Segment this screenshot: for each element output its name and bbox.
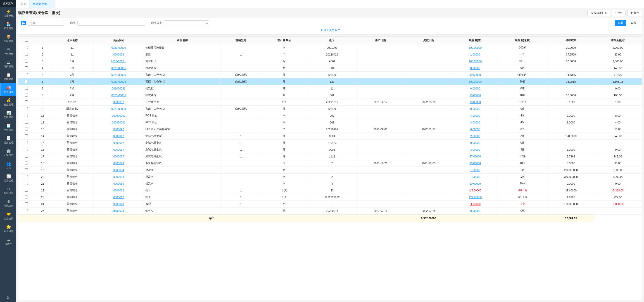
expand-button[interactable]: ▶ — [21, 21, 26, 25]
row-qty-main[interactable]: 10.00000 — [453, 99, 497, 106]
row-code[interactable]: 0000017 — [94, 139, 144, 146]
sidebar-item-basic[interactable]: 🗂 基础信息 — [0, 185, 16, 197]
row-prod-date — [357, 119, 404, 126]
row-code[interactable]: 0000012 — [94, 194, 144, 201]
row-qty-main[interactable]: 0.00000 — [453, 65, 497, 72]
sidebar-item-inventory[interactable]: 🏭 库存核算 — [0, 83, 16, 96]
settings-filter-button[interactable]: 设置 — [628, 20, 639, 26]
row-prod-date — [357, 72, 404, 78]
sidebar-item-tax[interactable]: 📑 税务管理 — [0, 134, 16, 146]
table-row: 7 2号 001000026 批次框 吨 11 0.00000 0吨 0.00 — [18, 85, 642, 92]
row-code[interactable]: 0000029 — [94, 51, 144, 58]
row-batch: 210423 — [307, 139, 357, 146]
row-spec — [221, 167, 261, 174]
sidebar-item-quick-nav[interactable]: ⚡ 快捷导航 — [0, 7, 16, 20]
sidebar-item-retail[interactable]: 🏪 零售管理 — [0, 20, 16, 32]
display-button[interactable]: 👁 显示 — [628, 10, 642, 16]
row-code[interactable]: 0023-00005 — [94, 72, 144, 78]
row-qty-main[interactable]: 100.00000 — [453, 58, 497, 65]
select-all-checkbox[interactable] — [25, 39, 28, 42]
row-code[interactable]: 0000078 — [94, 160, 144, 167]
warehouse-input[interactable] — [28, 21, 64, 26]
sidebar-item-invoice[interactable]: 🧾 发票管理 — [0, 121, 16, 134]
filter-expand-toggle[interactable]: ▼ 展开更多条件 — [21, 28, 639, 33]
row-code[interactable]: 001000031 — [94, 208, 144, 215]
row-qty-main[interactable]: 3.00000 — [453, 146, 497, 153]
row-qty-main[interactable]: 2.00000 — [453, 133, 497, 139]
sidebar-item-ecom[interactable]: 💻 电商管理 — [0, 58, 16, 70]
row-qty-main[interactable]: 1.00000 — [453, 174, 497, 180]
row-code[interactable]: 0000084 — [94, 180, 144, 187]
row-qty-main[interactable]: 1.00000 — [453, 51, 497, 58]
sidebar-item-hr[interactable]: 👥 工资 — [0, 159, 16, 172]
row-qty-main[interactable]: 4.00000 — [453, 119, 497, 126]
category-select[interactable] — [164, 20, 209, 26]
row-code[interactable]: 001000026 — [94, 85, 144, 92]
sidebar-item-fixed-asset[interactable]: 🏢 固定资产 — [0, 146, 16, 159]
row-qty-main[interactable]: 0.00000 — [453, 208, 497, 215]
row-qty-main[interactable]: 87.00000 — [453, 153, 497, 160]
row-code[interactable]: 0023-00009 — [94, 44, 144, 51]
print-button[interactable]: 🖨 按模板打印 — [588, 10, 610, 16]
row-qty-main[interactable]: 49.60000 — [453, 72, 497, 78]
search-button[interactable]: 查看 — [615, 20, 626, 26]
row-qty-main[interactable]: 100.00000 — [453, 78, 497, 85]
row-qty-main[interactable]: 1.00000 — [453, 167, 497, 174]
row-code[interactable]: 0000084 — [94, 167, 144, 174]
row-code[interactable]: 0023-0000... — [94, 58, 144, 65]
sidebar-item-purchase[interactable]: 📋 采购管理 — [0, 70, 16, 83]
row-no: 8 — [34, 92, 51, 99]
row-qty-main[interactable]: 0.00000 — [453, 139, 497, 146]
row-checkbox — [18, 146, 34, 153]
row-code[interactable]: 0000017 — [94, 133, 144, 139]
row-code[interactable]: 0000017 — [94, 153, 144, 160]
sidebar-item-mgmt[interactable]: 📈 经营管理 — [0, 172, 16, 185]
row-qty-main[interactable]: 100.00000 — [453, 44, 497, 51]
sidebar-item-collab[interactable]: 🤝 企业协同 — [0, 210, 16, 222]
row-unit: 米 — [261, 65, 307, 72]
row-code[interactable]: 0000097 — [94, 126, 144, 133]
row-qty-main[interactable]: -1.00000 — [453, 201, 497, 208]
row-code[interactable]: 0023-00008 — [94, 78, 144, 85]
row-qty-main[interactable]: 10.00000 — [453, 180, 497, 187]
sidebar-item-newbie[interactable]: 🌟 新手引导 — [0, 222, 16, 235]
row-qty-main[interactable]: -16.00000 — [453, 187, 497, 194]
tab-inventory-batch[interactable]: 库存批次量 ✕ — [30, 0, 54, 8]
row-qty-main[interactable]: 0.00000 — [453, 126, 497, 133]
goods-input[interactable] — [77, 21, 145, 26]
row-code[interactable]: 0000012 — [94, 187, 144, 194]
sidebar-item-cloud[interactable]: ☁ 云应用 — [0, 235, 16, 248]
row-spec — [221, 126, 261, 133]
sidebar-logo[interactable]: 搜索菜单 — [0, 0, 16, 7]
row-code[interactable]: 0000029 — [94, 201, 144, 208]
sidebar-item-system[interactable]: ⚙ 系统管理 — [0, 197, 16, 210]
export-button[interactable]: ↑ 导出 — [612, 10, 626, 16]
tab-home[interactable]: 首页 — [18, 0, 30, 8]
settings-icon[interactable]: ⚙ — [0, 293, 16, 302]
row-exp-date — [404, 139, 453, 146]
row-code[interactable]: 0000097 — [94, 99, 144, 106]
row-code[interactable]: 000900001 — [94, 119, 144, 126]
row-code[interactable]: 0023-00005 — [94, 92, 144, 99]
row-code[interactable]: 0000084 — [94, 174, 144, 180]
row-code[interactable]: 000900001 — [94, 112, 144, 119]
row-code[interactable]: 0000017 — [94, 146, 144, 153]
row-warehouse: 善管粮仓 — [51, 167, 94, 174]
sidebar-item-wholesale[interactable]: 📦 批发管理 — [0, 32, 16, 45]
row-code[interactable]: 0023-00005 — [94, 65, 144, 72]
row-batch: 33 — [307, 187, 357, 194]
tab-close-icon[interactable]: ✕ — [49, 3, 52, 6]
sidebar-item-small-ecom[interactable]: 🛒 小额电商 — [0, 45, 16, 58]
row-code[interactable]: 0023-00008 — [94, 106, 144, 112]
sidebar-item-asset[interactable]: 💰 资金管理 — [0, 96, 16, 108]
row-qty-main[interactable]: 4.00000 — [453, 112, 497, 119]
row-name: 富疏（白色/灰棕） — [144, 72, 221, 78]
row-qty-main[interactable]: 0.00000 — [453, 85, 497, 92]
row-qty-main[interactable]: 10.00000 — [453, 92, 497, 99]
row-cost — [548, 126, 594, 133]
sidebar-item-general[interactable]: 📊 总账管理 — [0, 108, 16, 121]
row-prod-date: 2022-02-16 — [357, 208, 404, 215]
row-qty-main[interactable]: 122.00000 — [453, 194, 497, 201]
row-qty-main[interactable]: 0.00000 — [453, 106, 497, 112]
row-qty-main[interactable]: 10.00000 — [453, 160, 497, 167]
